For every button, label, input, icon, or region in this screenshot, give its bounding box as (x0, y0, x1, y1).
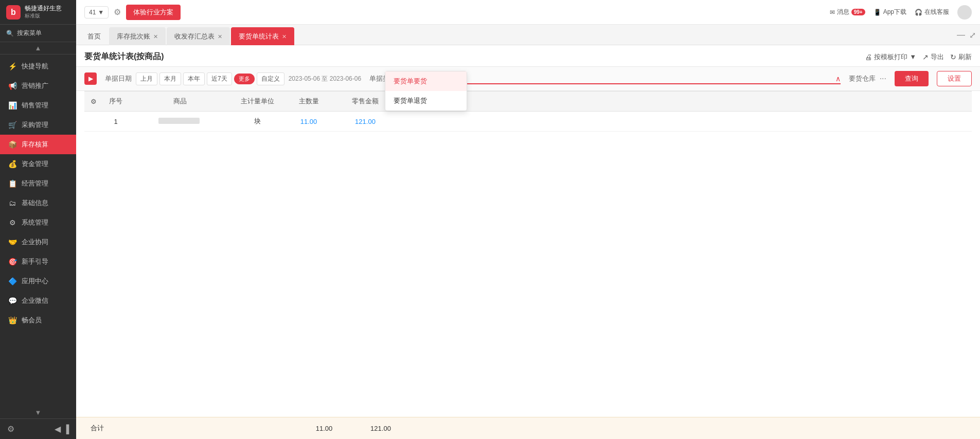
date-this-year-btn[interactable]: 本年 (183, 72, 205, 85)
warehouse-more-icon[interactable]: ··· (880, 74, 886, 83)
query-btn[interactable]: 查询 (895, 71, 929, 86)
row-settings (84, 112, 103, 132)
logo-icon: b (6, 5, 21, 20)
wechat-icon: 💬 (7, 297, 17, 305)
company-selector[interactable]: 41 ▼ (84, 6, 109, 19)
headset-icon: 🎧 (915, 9, 922, 16)
operation-icon: 📋 (7, 179, 17, 188)
footer-total-qty: 11.00 (298, 425, 350, 432)
print-icon: 🖨 (865, 53, 872, 61)
sidebar-item-inventory[interactable]: 📦 库存核算 (0, 135, 76, 154)
app-download-btn[interactable]: 📱 App下载 (874, 8, 906, 16)
tab-home[interactable]: 首页 (80, 28, 108, 45)
tab-close-batch-account[interactable]: ✕ (153, 33, 158, 40)
refresh-btn[interactable]: ↻ 刷新 (950, 52, 972, 62)
sidebar-item-wechat[interactable]: 💬 企业微信 (0, 291, 76, 310)
page-header: 要货单统计表(按商品) 🖨 按模板打印 ▼ ↗ 导出 ↻ 刷新 (76, 45, 980, 66)
topbar-right: ✉ 消息 99+ 📱 App下载 🎧 在线客服 (830, 5, 972, 20)
vip-icon: 👑 (7, 316, 17, 324)
sidebar: b 畅捷通好生意 标准版 🔍 搜索菜单 ▲ ⚡ 快捷导航 📢 营销推广 📊 销售… (0, 0, 76, 439)
sidebar-item-system[interactable]: ⚙ 系统管理 (0, 213, 76, 232)
tab-minimize-icon[interactable]: — (957, 30, 965, 40)
main-area: 41 ▼ ⚙ 体验行业方案 ✉ 消息 99+ 📱 App下载 🎧 在线客服 (76, 0, 980, 439)
setup-btn[interactable]: 设置 (937, 71, 972, 86)
print-btn[interactable]: 🖨 按模板打印 ▼ (865, 52, 916, 62)
topbar: 41 ▼ ⚙ 体验行业方案 ✉ 消息 99+ 📱 App下载 🎧 在线客服 (76, 0, 980, 25)
date-filter-group: 单据日期 上月 本月 本年 近7天 更多 自定义 2023-05-06 至 20… (105, 72, 361, 85)
sidebar-item-enterprise[interactable]: 🤝 企业协同 (0, 232, 76, 252)
tab-expand-icon[interactable]: ⤢ (969, 30, 976, 40)
industry-btn[interactable]: 体验行业方案 (126, 5, 181, 20)
settings-icon[interactable]: ⚙ (7, 424, 14, 434)
topbar-left: 41 ▼ ⚙ 体验行业方案 (84, 5, 181, 20)
row-product (129, 112, 231, 132)
page-content: 要货单统计表(按商品) 🖨 按模板打印 ▼ ↗ 导出 ↻ 刷新 ▶ (76, 45, 980, 439)
table-header-row: ⚙ 序号 商品 主计量单位 主数量 零售金额 (84, 92, 972, 112)
tabbar: 首页 库存批次账 ✕ 收发存汇总表 ✕ 要货单统计表 ✕ — ⤢ (76, 25, 980, 45)
sidebar-nav: ⚡ 快捷导航 📢 营销推广 📊 销售管理 🛒 采购管理 📦 库存核算 💰 资金管… (0, 54, 76, 407)
sidebar-item-sales[interactable]: 📊 销售管理 (0, 96, 76, 115)
tab-close-receive-summary[interactable]: ✕ (218, 33, 222, 40)
date-7days-btn[interactable]: 近7天 (207, 72, 232, 85)
finance-icon: 💰 (7, 160, 17, 168)
tab-batch-account[interactable]: 库存批次账 ✕ (109, 27, 166, 45)
col-unit-header: 主计量单位 (231, 92, 283, 112)
phone-icon: 📱 (874, 9, 881, 16)
export-icon: ↗ (922, 53, 929, 61)
tabbar-right-btns: — ⤢ (957, 30, 976, 40)
message-icon: ✉ (830, 9, 835, 16)
sidebar-scroll-up[interactable]: ▲ (0, 42, 76, 54)
row-qty[interactable]: 11.00 (283, 112, 334, 132)
col-settings-header[interactable]: ⚙ (84, 92, 103, 112)
date-more-btn[interactable]: 更多 (234, 74, 255, 84)
filter-expand-btn[interactable]: ▶ (84, 72, 97, 85)
date-shortcuts: 上月 本月 本年 近7天 更多 自定义 (136, 72, 284, 85)
tab-receive-summary[interactable]: 收发存汇总表 ✕ (167, 27, 230, 45)
topbar-settings-icon[interactable]: ⚙ (114, 7, 121, 17)
sidebar-item-basic[interactable]: 🗂 基础信息 (0, 193, 76, 213)
page-actions: 🖨 按模板打印 ▼ ↗ 导出 ↻ 刷新 (865, 52, 972, 62)
online-service-btn[interactable]: 🎧 在线客服 (915, 8, 949, 16)
sidebar-item-appstore[interactable]: 🔷 应用中心 (0, 271, 76, 291)
sidebar-item-vip[interactable]: 👑 畅会员 (0, 310, 76, 330)
tab-order-summary[interactable]: 要货单统计表 ✕ (231, 27, 294, 45)
sidebar-item-finance[interactable]: 💰 资金管理 (0, 154, 76, 174)
col-num-header: 序号 (103, 92, 129, 112)
refresh-icon: ↻ (950, 53, 956, 61)
print-chevron-icon: ▼ (910, 53, 916, 61)
date-custom-btn[interactable]: 自定义 (257, 72, 284, 85)
tab-close-order-summary[interactable]: ✕ (282, 33, 287, 40)
export-btn[interactable]: ↗ 导出 (922, 52, 944, 62)
sidebar-item-operation[interactable]: 📋 经营管理 (0, 174, 76, 193)
messages-btn[interactable]: ✉ 消息 99+ (830, 8, 865, 16)
search-menu[interactable]: 🔍 搜索菜单 (0, 25, 76, 42)
row-amount[interactable]: 121.00 (334, 112, 396, 132)
basic-icon: 🗂 (7, 199, 17, 207)
dropdown-item-order-goods[interactable]: 要货单要货 (385, 71, 467, 91)
user-avatar[interactable] (957, 5, 972, 20)
type-dropdown-menu: 要货单要货 要货单退货 (385, 71, 467, 111)
date-up-month-btn[interactable]: 上月 (136, 72, 157, 85)
app-logo: b 畅捷通好生意 标准版 (0, 0, 76, 25)
date-this-month-btn[interactable]: 本月 (159, 72, 181, 85)
page-title: 要货单统计表(按商品) (84, 51, 164, 62)
sidebar-footer: ⚙ ◀ ▐ (0, 418, 76, 439)
sidebar-item-purchase[interactable]: 🛒 采购管理 (0, 115, 76, 135)
type-clear-icon[interactable]: ∧ (835, 75, 841, 83)
sidebar-item-quick-nav[interactable]: ⚡ 快捷导航 (0, 57, 76, 76)
dropdown-item-order-return[interactable]: 要货单退货 (385, 91, 467, 111)
sidebar-scroll-down[interactable]: ▼ (0, 407, 76, 418)
collapse-icon[interactable]: ◀ ▐ (55, 424, 69, 434)
date-range-display: 2023-05-06 至 2023-06-06 (289, 75, 361, 83)
row-num: 1 (103, 112, 129, 132)
col-qty-header: 主数量 (283, 92, 334, 112)
row-extra (396, 112, 972, 132)
row-unit: 块 (231, 112, 283, 132)
table-container: ⚙ 序号 商品 主计量单位 主数量 零售金额 1 (76, 91, 980, 417)
inventory-icon: 📦 (7, 140, 17, 149)
quick-nav-icon: ⚡ (7, 62, 17, 70)
sidebar-item-marketing[interactable]: 📢 营销推广 (0, 76, 76, 96)
sidebar-item-guide[interactable]: 🎯 新手引导 (0, 252, 76, 271)
col-extra-header (396, 92, 972, 112)
enterprise-icon: 🤝 (7, 238, 17, 246)
